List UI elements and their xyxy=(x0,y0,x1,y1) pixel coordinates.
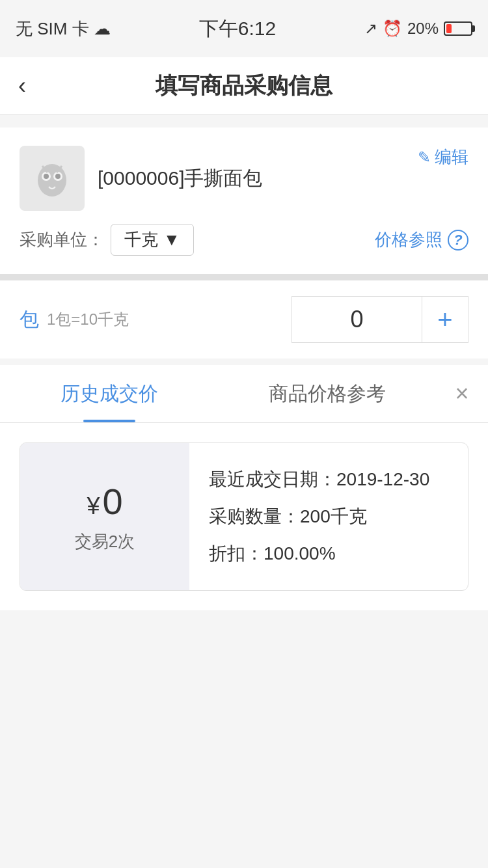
section-divider xyxy=(0,274,488,280)
quantity-input-group: + xyxy=(291,296,468,343)
quantity-hint: 1包=10千克 xyxy=(47,309,129,330)
history-details: 最近成交日期：2019-12-30 采购数量：200千克 折扣：100.00% xyxy=(189,443,468,590)
svg-point-4 xyxy=(55,174,61,179)
price-ref-button[interactable]: 价格参照 ? xyxy=(375,228,468,251)
status-time: 下午6:12 xyxy=(199,16,276,42)
svg-point-0 xyxy=(38,164,66,197)
back-button[interactable]: ‹ xyxy=(18,72,26,100)
trade-count: 交易2次 xyxy=(75,530,135,553)
edit-button[interactable]: ✎ 编辑 xyxy=(418,146,468,169)
product-card: [0000006]手撕面包 ✎ 编辑 采购单位： 千克 ▼ 价格参照 ? xyxy=(0,128,488,274)
product-thumbnail xyxy=(20,146,85,211)
alarm-icon: ⏰ xyxy=(383,20,402,38)
latest-date-label: 最近成交日期： xyxy=(209,469,336,489)
battery-fill xyxy=(446,24,452,33)
product-header: [0000006]手撕面包 ✎ 编辑 xyxy=(20,146,468,211)
price-value: 0 xyxy=(102,480,122,522)
quantity-value: 200千克 xyxy=(300,506,367,526)
bottom-panel: 历史成交价 商品价格参考 × ¥ 0 交易2次 最近成交日期：2019-12-3… xyxy=(0,365,488,610)
tab-history-price[interactable]: 历史成交价 xyxy=(0,365,218,422)
quantity-input[interactable] xyxy=(291,296,422,343)
history-price-display: ¥ 0 xyxy=(87,480,122,522)
unit-value: 千克 xyxy=(124,228,158,251)
quantity-plus-button[interactable]: + xyxy=(422,296,468,343)
tab-product-label: 商品价格参考 xyxy=(269,381,386,407)
location-icon: ↗ xyxy=(364,20,377,38)
quantity-row: 包 1包=10千克 + xyxy=(0,280,488,359)
unit-text-label: 采购单位： xyxy=(20,228,104,251)
history-section: ¥ 0 交易2次 最近成交日期：2019-12-30 采购数量：200千克 折扣… xyxy=(0,423,488,610)
product-name: [0000006]手撕面包 xyxy=(98,165,262,192)
status-left: 无 SIM 卡 ☁ xyxy=(16,18,111,40)
discount-value: 100.00% xyxy=(264,543,336,563)
discount-line: 折扣：100.00% xyxy=(209,541,448,566)
battery-percent: 20% xyxy=(407,20,439,38)
svg-point-3 xyxy=(44,174,49,179)
tab-close-button[interactable]: × xyxy=(436,365,488,422)
product-logo-icon xyxy=(29,156,75,201)
edit-icon: ✎ xyxy=(418,148,431,167)
sim-label: 无 SIM 卡 ☁ xyxy=(16,18,111,40)
purchase-quantity-line: 采购数量：200千克 xyxy=(209,504,448,529)
status-bar: 无 SIM 卡 ☁ 下午6:12 ↗ ⏰ 20% xyxy=(0,0,488,57)
price-ref-label: 价格参照 xyxy=(375,228,442,251)
footer-space xyxy=(0,610,488,868)
dropdown-arrow-icon: ▼ xyxy=(163,230,180,250)
latest-date-line: 最近成交日期：2019-12-30 xyxy=(209,467,448,492)
history-price-summary: ¥ 0 交易2次 xyxy=(20,443,189,590)
quantity-unit-badge: 包 xyxy=(20,306,39,333)
discount-label: 折扣： xyxy=(209,543,264,563)
nav-bar: ‹ 填写商品采购信息 xyxy=(0,57,488,115)
tabs-bar: 历史成交价 商品价格参考 × xyxy=(0,365,488,423)
unit-label: 采购单位： 千克 ▼ xyxy=(20,224,194,256)
quantity-unit-label: 包 1包=10千克 xyxy=(20,306,129,333)
latest-date-value: 2019-12-30 xyxy=(336,469,429,489)
unit-select-dropdown[interactable]: 千克 ▼ xyxy=(111,224,194,256)
tab-active-indicator xyxy=(83,420,135,422)
currency-symbol: ¥ xyxy=(87,493,100,520)
tab-product-price-ref[interactable]: 商品价格参考 xyxy=(218,365,436,422)
product-unit-row: 采购单位： 千克 ▼ 价格参照 ? xyxy=(20,224,468,256)
info-icon: ? xyxy=(448,230,468,251)
quantity-label: 采购数量： xyxy=(209,506,300,526)
tab-history-label: 历史成交价 xyxy=(61,381,158,407)
status-right: ↗ ⏰ 20% xyxy=(364,20,472,38)
history-card: ¥ 0 交易2次 最近成交日期：2019-12-30 采购数量：200千克 折扣… xyxy=(20,442,468,591)
edit-label: 编辑 xyxy=(435,146,468,169)
battery-icon xyxy=(444,21,472,36)
page-title: 填写商品采购信息 xyxy=(156,71,332,101)
product-left: [0000006]手撕面包 xyxy=(20,146,262,211)
